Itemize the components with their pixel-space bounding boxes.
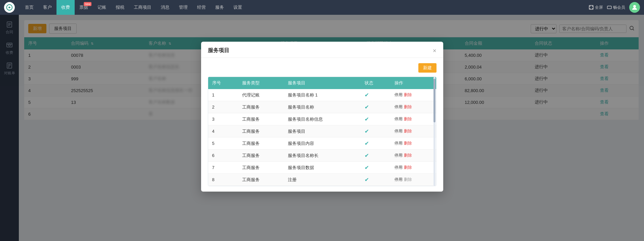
nav-item-service[interactable]: 服务 bbox=[211, 0, 229, 15]
status-check-icon: ✔ bbox=[365, 165, 369, 170]
fullscreen-btn[interactable]: 全屏 bbox=[589, 5, 603, 10]
new-badge: new bbox=[84, 2, 91, 6]
nav-item-business[interactable]: 工商项目 bbox=[129, 0, 156, 15]
modal-table-row: 5 工商服务 服务项目内容 ✔ 停用 删除 bbox=[208, 137, 436, 150]
nav-item-messages[interactable]: 消息 bbox=[156, 0, 174, 15]
logo[interactable] bbox=[4, 2, 15, 13]
delete-button[interactable]: 删除 bbox=[404, 104, 412, 110]
modal-table-row: 1 代理记账 服务项目名称 1 ✔ 停用 删除 bbox=[208, 89, 436, 101]
delete-button[interactable]: 删除 bbox=[404, 177, 412, 183]
svg-point-3 bbox=[633, 5, 636, 8]
modal-overlay: 服务项目 × 新建 序号 服务类型 服务项目 bbox=[19, 15, 644, 241]
modal-col-status: 状态 bbox=[361, 77, 390, 89]
modal-col-action: 操作 bbox=[390, 77, 436, 89]
app-body: 合同 收费 对账单 bbox=[0, 15, 644, 241]
stop-button[interactable]: 停用 bbox=[394, 116, 403, 122]
modal-close-button[interactable]: × bbox=[433, 48, 437, 54]
scrollbar-thumb[interactable] bbox=[433, 79, 435, 122]
modal-table-row: 8 工商服务 注册 ✔ 停用 删除 bbox=[208, 174, 436, 186]
status-check-icon: ✔ bbox=[365, 92, 369, 98]
modal-table-row: 4 工商服务 服务项目 ✔ 停用 删除 bbox=[208, 125, 436, 137]
nav-item-home[interactable]: 首页 bbox=[20, 0, 38, 15]
modal-body: 新建 序号 服务类型 服务项目 状态 操作 bbox=[201, 58, 443, 192]
modal-table-row: 3 工商服务 服务项目名称信息 ✔ 停用 删除 bbox=[208, 113, 436, 125]
nav-item-settings[interactable]: 设置 bbox=[229, 0, 247, 15]
status-check-icon: ✔ bbox=[365, 116, 369, 122]
nav-item-fee[interactable]: 收费 bbox=[56, 0, 75, 15]
modal-col-seq: 序号 bbox=[208, 77, 238, 89]
vip-btn[interactable]: 畅会员 bbox=[607, 5, 625, 10]
stop-button[interactable]: 停用 bbox=[394, 128, 403, 134]
svg-rect-1 bbox=[589, 5, 593, 9]
service-modal: 服务项目 × 新建 序号 服务类型 服务项目 bbox=[201, 42, 443, 192]
delete-button[interactable]: 删除 bbox=[404, 128, 412, 134]
nav-item-bills[interactable]: 票据 new bbox=[75, 0, 93, 15]
status-check-icon: ✔ bbox=[365, 177, 369, 183]
stop-button[interactable]: 停用 bbox=[394, 165, 403, 170]
stop-button[interactable]: 停用 bbox=[394, 153, 403, 158]
nav-right: 全屏 畅会员 bbox=[589, 2, 640, 13]
user-avatar[interactable] bbox=[629, 2, 640, 13]
top-nav: 首页 客户 收费 票据 new 记账 报税 工商项目 消息 管理 经营 服务 设… bbox=[0, 0, 644, 15]
modal-new-button[interactable]: 新建 bbox=[418, 63, 437, 73]
modal-table-row: 2 工商服务 服务项目名称 ✔ 停用 删除 bbox=[208, 101, 436, 113]
status-check-icon: ✔ bbox=[365, 153, 369, 158]
stop-button[interactable]: 停用 bbox=[394, 92, 403, 98]
modal-table-wrap: 序号 服务类型 服务项目 状态 操作 1 代理记账 bbox=[208, 77, 437, 186]
modal-header: 服务项目 × bbox=[201, 42, 443, 58]
stop-button[interactable]: 停用 bbox=[394, 104, 403, 110]
status-check-icon: ✔ bbox=[365, 128, 369, 134]
nav-item-customer[interactable]: 客户 bbox=[38, 0, 56, 15]
delete-button[interactable]: 删除 bbox=[404, 92, 412, 98]
main-content: 新增 服务项目 进行中 全部 已结束 bbox=[19, 15, 644, 241]
modal-col-item: 服务项目 bbox=[284, 77, 361, 89]
modal-table-row: 7 工商服务 服务项目数据 ✔ 停用 删除 bbox=[208, 162, 436, 174]
modal-table: 序号 服务类型 服务项目 状态 操作 1 代理记账 bbox=[208, 77, 436, 186]
delete-button[interactable]: 删除 bbox=[404, 140, 412, 146]
nav-item-manage[interactable]: 管理 bbox=[174, 0, 192, 15]
scrollbar-track[interactable] bbox=[433, 77, 435, 186]
nav-item-operations[interactable]: 经营 bbox=[192, 0, 211, 15]
nav-item-tax[interactable]: 报税 bbox=[111, 0, 129, 15]
stop-button[interactable]: 停用 bbox=[394, 177, 403, 183]
modal-col-type: 服务类型 bbox=[238, 77, 284, 89]
delete-button[interactable]: 删除 bbox=[404, 153, 412, 158]
status-check-icon: ✔ bbox=[365, 104, 369, 110]
nav-items: 首页 客户 收费 票据 new 记账 报税 工商项目 消息 管理 经营 服务 设… bbox=[20, 0, 589, 15]
stop-button[interactable]: 停用 bbox=[394, 140, 403, 146]
nav-item-accounts[interactable]: 记账 bbox=[93, 0, 111, 15]
modal-title: 服务项目 bbox=[208, 47, 229, 54]
delete-button[interactable]: 删除 bbox=[404, 165, 412, 170]
status-check-icon: ✔ bbox=[365, 140, 369, 146]
delete-button[interactable]: 删除 bbox=[404, 116, 412, 122]
modal-table-row: 6 工商服务 服务项目名称长 ✔ 停用 删除 bbox=[208, 150, 436, 162]
svg-rect-2 bbox=[607, 6, 611, 9]
modal-toolbar: 新建 bbox=[208, 63, 437, 73]
